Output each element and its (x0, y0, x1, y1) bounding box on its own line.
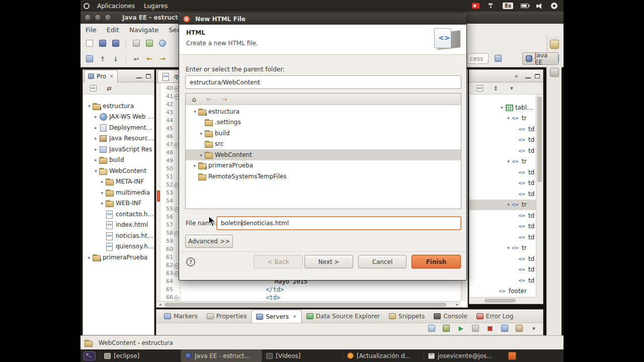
minimize-window-icon[interactable] (95, 14, 101, 21)
menu-navigate[interactable]: Navigate (124, 24, 164, 36)
scrollbar-thumb[interactable] (165, 303, 446, 307)
project-item-jax-ws-web-se[interactable]: ▸JAX-WS Web Se (83, 112, 154, 123)
gutter-line-47[interactable]: 47 (160, 141, 180, 149)
outline-item-td[interactable]: <>td (469, 135, 536, 146)
view-menu-icon[interactable]: ▾ (507, 83, 517, 94)
publish-server-icon[interactable] (500, 323, 510, 333)
collapse-arrow-icon[interactable]: ▾ (505, 202, 512, 207)
outline-horizontal-scrollbar[interactable] (469, 297, 536, 304)
refresh-icon[interactable] (144, 38, 154, 48)
project-item-web-inf[interactable]: ▸WEB-INF (83, 198, 154, 209)
search-icon[interactable] (157, 38, 168, 48)
outline-item-table-b[interactable]: ▾table b (469, 102, 536, 113)
annotation-next-icon[interactable]: ↓ (111, 54, 121, 64)
outline-item-td[interactable]: <>td (469, 221, 536, 232)
new-server-icon[interactable] (427, 323, 437, 333)
dialog-folder-item-build[interactable]: ▸build (186, 128, 461, 139)
terminal-icon[interactable] (84, 351, 96, 360)
parent-folder-input[interactable]: estructura/WebContent (185, 75, 461, 89)
print-icon[interactable] (131, 38, 141, 48)
sort-icon[interactable]: ↕ (491, 83, 501, 94)
session-menu-icon[interactable] (551, 3, 557, 9)
start-server-icon[interactable]: ▶ (456, 323, 466, 333)
collapse-arrow-icon[interactable]: ▾ (505, 159, 512, 164)
distributor-logo-icon[interactable] (84, 3, 90, 9)
tab-error-log[interactable]: Error Log (472, 310, 518, 323)
outline-item-footer[interactable]: <>footer (469, 286, 536, 297)
screen-record-icon[interactable] (472, 3, 479, 9)
minimized-view-icon[interactable] (550, 68, 559, 77)
gutter-line-66[interactable]: 66 (160, 294, 180, 301)
finish-button[interactable]: Finish (412, 255, 461, 268)
project-item-meta-inf[interactable]: ▸META-INF (83, 176, 154, 188)
project-item-index-html[interactable]: index.html (83, 220, 154, 231)
new-wizard-icon[interactable] (85, 38, 95, 48)
outline-item-td[interactable]: <>td (469, 178, 536, 189)
gutter-line-62[interactable]: 62 (160, 262, 180, 270)
gutter-line-52[interactable]: 52 (160, 182, 180, 190)
collapse-all-icon[interactable]: − (88, 83, 98, 94)
expand-arrow-icon[interactable]: ▸ (99, 179, 106, 184)
dialog-folder-item-primeraprueba[interactable]: ▸primeraPrueba (186, 160, 461, 171)
project-item-build[interactable]: ▸build (83, 155, 154, 166)
close-tab-icon[interactable]: ✕ (293, 314, 297, 319)
tab-console[interactable]: Console (429, 310, 472, 323)
annotation-prev-icon[interactable]: ↑ (98, 54, 108, 64)
next-button[interactable]: Next > (304, 255, 353, 268)
expand-arrow-icon[interactable]: ▸ (93, 147, 99, 152)
collapse-arrow-icon[interactable]: ▾ (192, 109, 198, 114)
dialog-folder-item-estructura[interactable]: ▾estructura (186, 106, 461, 117)
outline-item-td[interactable]: <>td (469, 264, 536, 276)
outline-vertical-scrollbar[interactable] (536, 95, 543, 297)
save-all-icon[interactable] (111, 38, 121, 48)
dialog-close-icon[interactable]: × (183, 16, 190, 23)
gutter-line-56[interactable]: 56 (160, 214, 180, 222)
outline-item-td[interactable]: <>td (469, 253, 536, 264)
help-icon[interactable]: ? (186, 257, 195, 266)
cancel-button[interactable]: Cancel (358, 255, 407, 268)
expand-arrow-icon[interactable]: ▸ (93, 157, 99, 162)
outline-item-td[interactable]: <>td (469, 232, 536, 243)
advanced-button[interactable]: Advanced >> (185, 235, 233, 248)
maximize-window-icon[interactable] (105, 14, 111, 21)
gutter-line-44[interactable]: 44 (160, 117, 180, 125)
top-panel-menu-lugares[interactable]: Lugares (139, 0, 172, 12)
stop-server-icon[interactable]: ■ (485, 323, 495, 333)
view-menu-icon[interactable]: » (511, 71, 521, 81)
profile-server-icon[interactable] (470, 323, 480, 333)
project-item-quiensoy-htm[interactable]: quiensoy.htm (83, 241, 154, 252)
gutter-line-40[interactable]: 40 (160, 85, 180, 93)
project-item-webcontent[interactable]: ▾WebContent (83, 165, 154, 176)
gutter-line-61[interactable]: 61 (160, 254, 180, 262)
expand-arrow-icon[interactable]: ▸ (93, 125, 99, 130)
quick-access-input[interactable]: cess (467, 53, 489, 64)
minimize-panel-icon[interactable] (525, 74, 531, 78)
dialog-folder-item-src[interactable]: src (186, 139, 461, 150)
outline-item-tr[interactable]: ▾<>tr (469, 243, 536, 254)
tab-project-explorer[interactable]: Pro ✕ (84, 70, 118, 82)
taskbar-item-java-ee-estruct[interactable]: Java EE - estruct... (181, 349, 262, 362)
collapse-arrow-icon[interactable]: ▾ (505, 116, 512, 121)
project-item-estructura[interactable]: ▾estructura (83, 101, 154, 112)
outline-item-td[interactable]: <>td (469, 145, 536, 156)
gutter-line-42[interactable]: 42 (160, 101, 180, 109)
taskbar-item-eclipse[interactable]: [eclipse] (100, 349, 181, 362)
tab-properties[interactable]: Properties (202, 310, 252, 323)
outline-item-tr[interactable]: ▾<>tr (469, 113, 536, 124)
gutter-line-41[interactable]: 41 (160, 93, 180, 101)
expand-arrow-icon[interactable]: ▸ (93, 136, 99, 141)
maximize-panel-icon[interactable] (146, 74, 151, 78)
open-perspective-icon[interactable] (85, 54, 95, 64)
outline-item-td[interactable]: <>td (469, 210, 536, 221)
outline-item-td[interactable]: <>td (469, 275, 536, 286)
tab-servers[interactable]: Servers✕ (251, 310, 301, 323)
save-icon[interactable] (98, 38, 108, 48)
project-item-primeraprueba[interactable]: ▸primeraPrueba (83, 252, 154, 263)
home-icon[interactable]: ⌂ (190, 96, 198, 103)
network-icon[interactable] (487, 3, 495, 9)
gutter-line-46[interactable]: 46 (160, 133, 180, 141)
menu-edit[interactable]: Edit (102, 24, 124, 36)
perspective-java-ee-button[interactable]: Java EE (522, 52, 558, 65)
link-with-editor-icon[interactable]: ⇄ (104, 83, 114, 94)
open-perspective-icon[interactable] (493, 53, 503, 63)
